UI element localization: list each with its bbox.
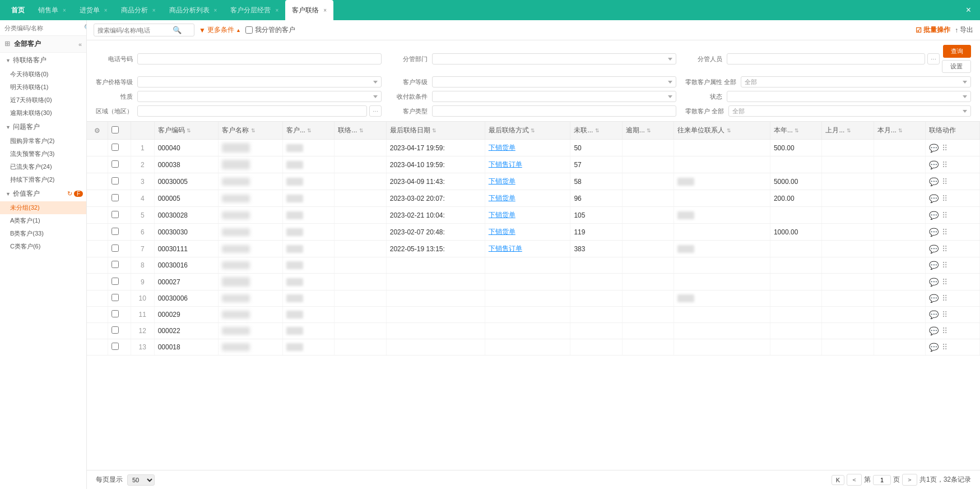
chat-icon-9[interactable]: 💬	[929, 294, 939, 303]
more-icon-6[interactable]: ⠿	[942, 245, 948, 253]
more-icon-2[interactable]: ⠿	[942, 177, 948, 186]
group-problem-customers[interactable]: ▼ 问题客户	[0, 119, 86, 135]
close-sales-icon[interactable]: ×	[63, 7, 66, 13]
manager-dots-btn[interactable]: ···	[927, 53, 940, 64]
col-this-year[interactable]: 本年... ⇅	[770, 122, 821, 140]
customer-type-input[interactable]	[432, 105, 676, 117]
more-conditions-button[interactable]: ▼ 更多条件 ▲	[199, 25, 241, 35]
sidebar-item-abnormal[interactable]: 囤购异常客户(2)	[0, 135, 86, 147]
close-purchase-icon[interactable]: ×	[104, 7, 108, 13]
close-goods-list-icon[interactable]: ×	[214, 7, 217, 13]
row-checkbox-2[interactable]	[112, 177, 119, 184]
chat-icon-1[interactable]: 💬	[929, 160, 939, 169]
region-dots-btn[interactable]: ···	[369, 105, 382, 117]
status-select[interactable]	[727, 91, 971, 102]
col-last-type[interactable]: 最后联络方式 ⇅	[485, 122, 570, 140]
sidebar-item-ungrouped[interactable]: 未分组(32)	[0, 201, 86, 214]
refresh-icon[interactable]: ↻	[67, 190, 72, 197]
more-icon-11[interactable]: ⠿	[942, 326, 948, 335]
row-checkbox-4[interactable]	[112, 211, 119, 218]
tab-home[interactable]: 首页	[4, 0, 31, 20]
close-goods-analysis-icon[interactable]: ×	[152, 7, 156, 13]
tab-customer-layer[interactable]: 客户分层经营 ×	[224, 0, 285, 20]
tab-customer-contact[interactable]: 客户联络 ×	[285, 0, 333, 20]
row-checkbox-1[interactable]	[112, 160, 119, 168]
chat-icon-7[interactable]: 💬	[929, 261, 939, 270]
scatter-attr-select[interactable]: 全部	[741, 76, 971, 87]
sidebar-item-class-a[interactable]: A类客户(1)	[0, 214, 86, 227]
chat-icon-4[interactable]: 💬	[929, 211, 939, 220]
close-customer-contact-icon[interactable]: ×	[323, 7, 327, 13]
tab-goods-list[interactable]: 商品分析列表 ×	[162, 0, 224, 20]
col-no-contact[interactable]: 未联... ⇅	[570, 122, 622, 140]
chat-icon-0[interactable]: 💬	[929, 144, 939, 153]
tab-sales[interactable]: 销售单 ×	[31, 0, 73, 20]
more-icon-4[interactable]: ⠿	[942, 211, 948, 220]
more-icon-7[interactable]: ⠿	[942, 261, 948, 270]
all-customers-header[interactable]: ⊞ 全部客户 «	[0, 36, 86, 53]
col-last-month[interactable]: 上月... ⇅	[822, 122, 874, 140]
col-last-date[interactable]: 最后联络日期 ⇅	[386, 122, 485, 140]
row-check-4[interactable]	[108, 207, 131, 224]
export-button[interactable]: ↑ 导出	[955, 25, 973, 35]
row-checkbox-5[interactable]	[112, 228, 119, 235]
sidebar-item-today[interactable]: 今天待联络(0)	[0, 68, 86, 81]
more-icon-1[interactable]: ⠿	[942, 160, 948, 169]
more-icon-5[interactable]: ⠿	[942, 228, 948, 237]
sidebar-item-declining[interactable]: 持续下滑客户(2)	[0, 173, 86, 186]
prev-page-button[interactable]: ＜	[847, 474, 862, 486]
row-check-11[interactable]	[108, 323, 131, 339]
scatter-select[interactable]: 全部	[728, 105, 971, 117]
my-customers-checkbox[interactable]	[245, 26, 253, 34]
nature-select[interactable]	[137, 91, 382, 102]
search-icon[interactable]: 🔍	[173, 26, 182, 34]
manager-input[interactable]	[727, 53, 925, 64]
row-check-3[interactable]	[108, 190, 131, 207]
row-check-8[interactable]	[108, 274, 131, 290]
row-check-6[interactable]	[108, 241, 131, 257]
region-input[interactable]	[137, 105, 367, 117]
chat-icon-12[interactable]: 💬	[929, 343, 939, 352]
row-checkbox-12[interactable]	[112, 343, 119, 350]
row-checkbox-10[interactable]	[112, 310, 119, 317]
payment-select[interactable]	[432, 91, 676, 102]
row-checkbox-7[interactable]	[112, 261, 119, 268]
col-name[interactable]: 客户名称 ⇅	[219, 122, 283, 140]
sidebar-search-input[interactable]	[4, 25, 82, 31]
row-check-12[interactable]	[108, 339, 131, 356]
chat-icon-2[interactable]: 💬	[929, 177, 939, 186]
more-icon-12[interactable]: ⠿	[942, 343, 948, 352]
row-checkbox-8[interactable]	[112, 278, 119, 285]
row-check-0[interactable]	[108, 140, 131, 156]
next-page-button[interactable]: ＞	[902, 474, 917, 486]
row-checkbox-3[interactable]	[112, 194, 119, 201]
row-check-5[interactable]	[108, 224, 131, 241]
search-button[interactable]: 查询	[943, 45, 971, 58]
sidebar-collapse-icon[interactable]: «	[78, 41, 82, 48]
phone-input[interactable]	[137, 53, 382, 64]
col-overdue[interactable]: 逾期... ⇅	[622, 122, 674, 140]
chat-icon-8[interactable]: 💬	[929, 278, 939, 287]
check-all-checkbox[interactable]	[112, 126, 119, 133]
chat-icon-11[interactable]: 💬	[929, 326, 939, 335]
tab-goods-analysis[interactable]: 商品分析 ×	[114, 0, 162, 20]
sidebar-item-tomorrow[interactable]: 明天待联络(1)	[0, 81, 86, 94]
close-customer-layer-icon[interactable]: ×	[275, 7, 278, 13]
tab-purchase[interactable]: 进货单 ×	[73, 0, 114, 20]
row-checkbox-6[interactable]	[112, 245, 119, 252]
group-value-customers[interactable]: ▼ 价值客户 ↻ F	[0, 186, 86, 201]
sidebar-item-overdue[interactable]: 逾期未联络(30)	[0, 107, 86, 119]
dept-select[interactable]	[432, 53, 676, 64]
batch-ops-button[interactable]: ☑ 批量操作	[916, 25, 950, 35]
more-icon-3[interactable]: ⠿	[942, 194, 948, 203]
group-pending-contact[interactable]: ▼ 待联络客户	[0, 53, 86, 68]
col-type[interactable]: 客户... ⇅	[282, 122, 334, 140]
sidebar-item-class-b[interactable]: B类客户(33)	[0, 227, 86, 240]
price-level-select[interactable]	[137, 76, 382, 87]
more-icon-8[interactable]: ⠿	[942, 278, 948, 287]
sidebar-item-churned[interactable]: 已流失客户(24)	[0, 160, 86, 173]
row-check-7[interactable]	[108, 257, 131, 274]
col-code[interactable]: 客户编码 ⇅	[154, 122, 219, 140]
col-check-all[interactable]	[108, 122, 131, 140]
row-check-10[interactable]	[108, 307, 131, 323]
